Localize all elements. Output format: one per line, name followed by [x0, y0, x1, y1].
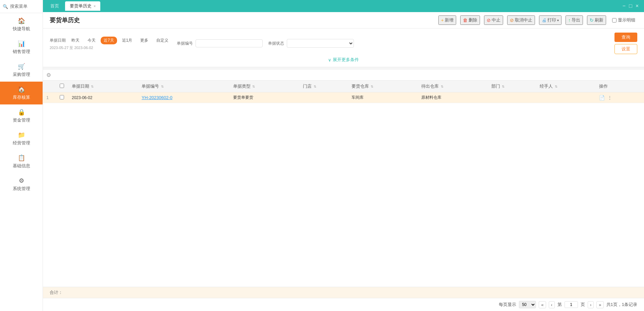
- prev-page-button[interactable]: ‹: [549, 301, 555, 308]
- delete-button[interactable]: 🗑 删除: [460, 15, 480, 25]
- cell-doc-date: 2023-06-02: [68, 92, 138, 103]
- table-settings-icon[interactable]: ⚙: [46, 72, 51, 78]
- next-page-button[interactable]: ›: [588, 301, 594, 308]
- expand-more-btn[interactable]: ∨ 展开更多条件: [50, 57, 637, 63]
- col-actions-label: 操作: [599, 84, 608, 89]
- sort-icon-req-warehouse[interactable]: ⇅: [371, 85, 373, 88]
- cancel-stop-button[interactable]: ⊘ 取消中止: [507, 15, 535, 25]
- date-btn-last7days[interactable]: 近7天: [101, 37, 117, 44]
- cell-checkbox: [56, 92, 68, 103]
- query-button[interactable]: 查询: [614, 33, 637, 42]
- action-icons: 📄 ⋮: [599, 95, 641, 100]
- date-buttons: 昨天 今天 近7天 近1月 更多 自定义: [68, 37, 171, 44]
- tab-requisition-label: 要货单历史: [70, 3, 92, 9]
- refresh-button[interactable]: ↻ 刷新: [587, 15, 606, 25]
- sidebar-item-operations[interactable]: 📁 经营管理: [0, 127, 43, 150]
- display-detail-label: 显示明细: [618, 17, 635, 23]
- table-area: ⚙ 单据日期 ⇅: [43, 70, 644, 311]
- row-number: 1: [46, 95, 49, 100]
- row-checkbox[interactable]: [60, 95, 64, 99]
- last-page-button[interactable]: »: [596, 301, 603, 308]
- first-page-button[interactable]: «: [539, 301, 546, 308]
- sidebar-item-label: 采购管理: [13, 72, 30, 78]
- delete-icon: 🗑: [463, 17, 468, 23]
- sort-icon-department[interactable]: ⇅: [502, 85, 504, 88]
- cell-req-warehouse: 车间库: [348, 92, 418, 103]
- col-doc-type: 单据类型 ⇅: [230, 81, 300, 92]
- footer-total-label: 合计：: [50, 290, 63, 295]
- expand-more-label: 展开更多条件: [333, 57, 359, 63]
- sidebar-search-label: 搜索菜单: [10, 3, 28, 9]
- total-info: 共1页，1条记录: [606, 302, 637, 308]
- col-department: 部门 ⇅: [488, 81, 537, 92]
- stop-icon: ⊘: [487, 17, 491, 23]
- sort-icon-doc-date[interactable]: ⇅: [91, 85, 94, 88]
- doc-status-select[interactable]: [287, 39, 354, 48]
- sidebar-item-quick-nav[interactable]: 🏠 快捷导航: [0, 13, 43, 36]
- sidebar-item-system[interactable]: ⚙ 系统管理: [0, 173, 43, 196]
- stop-button[interactable]: ⊘ 中止: [484, 15, 503, 25]
- table-toolbar: ⚙: [43, 70, 644, 81]
- refresh-icon: ↻: [590, 17, 594, 23]
- date-filter-group: 单据日期 昨天 今天 近7天 近1月 更多 自定义 2023-05-27 至 2…: [50, 37, 171, 50]
- sort-icon-handler[interactable]: ⇅: [555, 85, 557, 88]
- view-action-icon[interactable]: 📄: [599, 95, 605, 100]
- tab-requisition-history[interactable]: 要货单历史 ×: [65, 1, 100, 11]
- col-doc-date-label: 单据日期: [72, 84, 89, 89]
- filter-row: 单据日期 昨天 今天 近7天 近1月 更多 自定义 2023-05-27 至 2…: [50, 33, 637, 54]
- sidebar-item-purchase[interactable]: 🛒 采购管理: [0, 59, 43, 82]
- tab-close-icon[interactable]: ×: [94, 4, 96, 8]
- sidebar-item-label: 资金管理: [13, 117, 30, 123]
- doc-number-link[interactable]: YH-20230602-0: [142, 95, 172, 100]
- doc-number-input[interactable]: [196, 39, 263, 47]
- sidebar-item-finance[interactable]: 🔒 资金管理: [0, 104, 43, 127]
- page-header: 要货单历史 + 新增 🗑 删除 ⊘ 中止 ⊘ 取消中止: [43, 12, 644, 29]
- sidebar-item-label: 库存核算: [13, 94, 30, 100]
- table-row: 1 2023-06-02 YH-20230602-0 要货单要货 车间: [43, 92, 644, 103]
- sort-icon-store[interactable]: ⇅: [314, 85, 316, 88]
- new-button[interactable]: + 新增: [438, 15, 456, 25]
- refresh-label: 刷新: [595, 17, 603, 23]
- sort-icon-doc-type[interactable]: ⇅: [252, 85, 255, 88]
- sidebar-item-basic[interactable]: 📋 基础信息: [0, 150, 43, 173]
- tab-home[interactable]: 首页: [46, 1, 64, 11]
- cell-doc-type: 要货单要货: [230, 92, 300, 103]
- close-button[interactable]: ×: [636, 3, 639, 9]
- print-icon: 🖨: [542, 17, 546, 23]
- page-number-input[interactable]: [565, 301, 578, 308]
- settings-button[interactable]: 设置: [614, 44, 637, 54]
- display-detail-checkbox[interactable]: [612, 18, 616, 23]
- sort-icon-pending-warehouse[interactable]: ⇅: [441, 85, 443, 88]
- content-area: 要货单历史 + 新增 🗑 删除 ⊘ 中止 ⊘ 取消中止: [43, 12, 644, 311]
- new-label: 新增: [445, 17, 453, 23]
- tab-home-label: 首页: [50, 3, 59, 9]
- col-doc-date: 单据日期 ⇅: [68, 81, 138, 92]
- select-all-checkbox[interactable]: [60, 84, 64, 88]
- sidebar-item-label: 系统管理: [13, 186, 30, 192]
- export-button[interactable]: ↑ 导出: [566, 15, 583, 25]
- sidebar-item-sales[interactable]: 📊 销售管理: [0, 36, 43, 59]
- date-btn-custom[interactable]: 自定义: [153, 37, 171, 44]
- maximize-button[interactable]: □: [629, 3, 632, 9]
- per-page-label: 每页显示: [499, 302, 516, 308]
- date-range-display: 2023-05-27 至 2023-06-02: [50, 45, 171, 50]
- print-button[interactable]: 🖨 打印 ▾: [539, 15, 561, 25]
- sidebar-search[interactable]: 🔍 搜索菜单: [0, 0, 43, 13]
- sidebar-item-inventory[interactable]: 🏠 库存核算: [0, 82, 43, 104]
- date-btn-today[interactable]: 今天: [85, 37, 99, 44]
- sidebar-item-label: 经营管理: [13, 140, 30, 146]
- export-icon: ↑: [568, 17, 571, 23]
- col-store: 门店 ⇅: [300, 81, 348, 92]
- minimize-button[interactable]: −: [623, 3, 626, 9]
- per-page-select[interactable]: 50 100: [519, 301, 536, 308]
- page-unit: 页: [581, 302, 585, 308]
- display-detail-toggle[interactable]: 显示明细: [610, 16, 637, 24]
- more-action-icon[interactable]: ⋮: [607, 95, 612, 100]
- col-department-label: 部门: [491, 84, 500, 89]
- date-btn-yesterday[interactable]: 昨天: [68, 37, 83, 44]
- col-req-warehouse: 要货仓库 ⇅: [348, 81, 418, 92]
- sort-icon-doc-number[interactable]: ⇅: [161, 85, 164, 88]
- date-btn-last-month[interactable]: 近1月: [119, 37, 136, 44]
- date-btn-more[interactable]: 更多: [137, 37, 151, 44]
- print-chevron-icon: ▾: [557, 18, 559, 22]
